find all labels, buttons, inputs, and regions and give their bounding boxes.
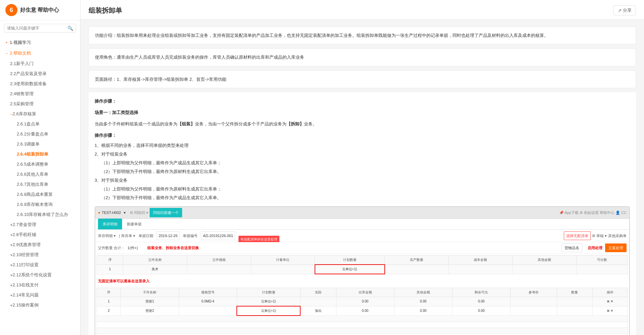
mock-td: 0.00 — [394, 306, 452, 316]
sidebar-item-2.6.3[interactable]: 2.6.3调拨单 — [0, 139, 80, 149]
mock-th: 参考价 — [511, 288, 557, 297]
sidebar-sub-label: 2.6.2分量盘点单 — [17, 131, 48, 137]
search-input[interactable] — [7, 26, 66, 31]
mock-td: 1 — [97, 265, 123, 274]
mock-td — [179, 306, 237, 316]
share-button[interactable]: ↗ 分享 — [613, 5, 636, 15]
sidebar-sub-label: 2.1新手入门 — [10, 61, 34, 67]
role-text: 使用角色：通常由生产人员或库管人员完成拆装业务的操作，库管人员确认原材料的出库和… — [95, 55, 304, 60]
table-row — [97, 334, 628, 335]
mock-th: 规格型号 — [179, 288, 237, 297]
plus-icon5: + — [10, 253, 13, 258]
mock-form-row: 库存明细 ▾ | 库存单 ▾ 单据日期 2019-12-26 单据编号 AD-2… — [95, 230, 629, 242]
mock-td — [385, 265, 449, 274]
sidebar-item-2.7[interactable]: + 2.7资金管理 — [0, 220, 80, 230]
mock-td: 1(单位+1) — [315, 265, 385, 274]
sidebar-item-2.8[interactable]: + 2.8手机旺铺 — [0, 230, 80, 240]
sidebar-item-inventory[interactable]: − 2.6库存核算 — [0, 109, 80, 119]
sidebar-item-2.6.1[interactable]: 2.6.1盘点单 — [0, 119, 80, 129]
mock-tab-active: 库存明细 — [98, 219, 122, 229]
sidebar-item-2.6.5[interactable]: 2.6.5成本调整单 — [0, 159, 80, 169]
mock-td — [557, 306, 592, 316]
sidebar-sub-label: 2.10经营管理 — [13, 252, 39, 258]
sidebar-sub-label: 2.6.6其他入库单 — [17, 171, 48, 177]
mock-td — [300, 297, 336, 306]
mock-th: 计划数量 — [237, 288, 300, 297]
mock-th: 其他金额 — [394, 288, 452, 297]
sidebar-sub-label: 2.2产品安装及登录 — [10, 71, 47, 77]
steps-title: 操作步骤： — [95, 97, 630, 106]
plus-icon8: + — [10, 283, 13, 288]
scenario-desc: 当由多个子件材料组装成一个成品的业务为【组装】业务，当由一个父件拆分成多个子产品… — [95, 120, 630, 128]
sidebar-item-label: 1.视频学习 — [10, 40, 31, 46]
mock-th: 计量单位 — [251, 256, 315, 265]
app-logo: 6 好生意 帮助中心 — [0, 0, 80, 20]
step2-1: （1）上部明细为父件明细，最终作为产成品生成其它入库单； — [101, 159, 630, 167]
mock-th: 序 — [97, 256, 123, 265]
mock-bottom-tbody: 1 照射1 0.0MΩ·4 1(单位+1) 0.00 0.00 0.00 — [97, 297, 628, 335]
plus-icon2: + — [10, 222, 13, 227]
mock-th: 计划数量 — [315, 256, 385, 265]
sidebar-item-2.6.6[interactable]: 2.6.6其他入库单 — [0, 169, 80, 179]
mock-bizid-field: AD-20191226-001 — [201, 231, 235, 240]
path-box: 页面路径：1、库存核算->库存管理->组装拆卸单 2、首页->常用功能 — [89, 70, 636, 88]
sidebar-item-2.6.9[interactable]: 2.6.9库存账本查询 — [0, 200, 80, 210]
mock-bottom-table: 序 子件名称 规格型号 计划数量 实际 出库金额 其他金额 剩余可出 参考价 — [97, 288, 628, 335]
mock-date-field: 2019-12-26 — [157, 231, 179, 240]
mock-sub-row: 父件数量 合计： 1(件+) 组装业务、拆卸业务在这里切换 货物品名 启用处理 — [95, 242, 629, 254]
plus-icon7: + — [10, 273, 13, 278]
mock-th: 父件名称 — [123, 256, 187, 265]
sidebar-item-2.9[interactable]: + 2.9优惠券管理 — [0, 240, 80, 250]
mock-td: 0.00 — [452, 297, 510, 306]
plus-icon3: + — [10, 232, 13, 237]
mock-td: 1(单位+1) — [237, 306, 300, 316]
mock-tab-new: 新建单据 — [122, 219, 146, 229]
sidebar-item-2.6.8[interactable]: 2.6.8商品成本重算 — [0, 189, 80, 200]
sidebar-sub-label: 2.13在线支付 — [13, 282, 39, 288]
mock-annotation3: 组装业务、拆卸业务在这里切换 — [147, 246, 199, 250]
sidebar-sub-label: 2.5采购管理 — [10, 101, 34, 107]
sidebar-item-2.13[interactable]: + 2.13在线支付 — [0, 280, 80, 290]
step3-2: （2）下部明细为子件明细，最终作为产成品生成其它入库单。 — [101, 193, 630, 202]
intro-box: 功能介绍：组装拆卸单用来处理企业组装或拆卸等加工业务，支持有固定装配清单的产品加… — [89, 26, 636, 44]
mock-th: 数量 — [557, 288, 592, 297]
table-row — [97, 328, 628, 334]
plus-icon9: + — [10, 293, 13, 298]
sidebar: 6 好生意 帮助中心 🔍 + 1.视频学习 − 2.帮助文档 2.1新手入门 2… — [0, 0, 80, 335]
sidebar-item-data[interactable]: 2.3使用前数据准备 — [0, 79, 80, 89]
mock-td: 1 — [97, 297, 121, 306]
sidebar-sub-label: 2.11打印设置 — [13, 262, 39, 268]
mock-td: 0.00 — [394, 297, 452, 306]
content-area: 功能介绍：组装拆卸单用来处理企业组装或拆卸等加工业务，支持有固定装配清单的产品加… — [80, 20, 644, 335]
scenario-title: 场景一：加工类型选择 — [95, 110, 138, 115]
sidebar-item-2.15[interactable]: + 2.15操作案例 — [0, 300, 80, 310]
sidebar-item-2.6.10[interactable]: 2.6.10库存账本错了怎么办 — [0, 210, 80, 220]
sidebar-item-sales[interactable]: 2.4销售管理 — [0, 89, 80, 99]
mock-td: 0.0MΩ·4 — [179, 297, 237, 306]
path-text: 页面路径：1、库存核算->库存管理->组装拆卸单 2、首页->常用功能 — [95, 77, 226, 82]
sidebar-item-2.6.7[interactable]: 2.6.7其他出库单 — [0, 179, 80, 189]
mock-th: 序 — [97, 288, 121, 297]
main-content: 组装拆卸单 ↗ 分享 功能介绍：组装拆卸单用来处理企业组装或拆卸等加工业务，支持… — [80, 0, 644, 335]
sidebar-item-docs[interactable]: − 2.帮助文档 — [0, 48, 80, 59]
mock-th: 可出数 — [576, 256, 628, 265]
mock-bottom-label-row: 无固定清单可以逐条在这里录入 — [95, 276, 629, 286]
sidebar-item-2.6.4[interactable]: 2.6.4组装拆卸单 — [0, 149, 80, 159]
sidebar-item-video[interactable]: + 1.视频学习 — [0, 37, 80, 48]
sidebar-item-newbie[interactable]: 2.1新手入门 — [0, 59, 80, 69]
sidebar-item-2.14[interactable]: + 2.14常见问题 — [0, 290, 80, 300]
mock-window-title: TEST-H002 — [102, 209, 121, 216]
sidebar-sub-label: 2.6.8商品成本重算 — [17, 191, 53, 198]
sidebar-item-2.10[interactable]: + 2.10经营管理 — [0, 250, 80, 260]
mock-tabs-row: 库存明细 新建单据 — [95, 219, 629, 230]
sidebar-item-2.6.2[interactable]: 2.6.2分量盘点单 — [0, 129, 80, 139]
sidebar-item-2.11[interactable]: + 2.11打印设置 — [0, 260, 80, 270]
role-box: 使用角色：通常由生产人员或库管人员完成拆装业务的操作，库管人员确认原材料的出库和… — [89, 48, 636, 66]
steps-sub-title: 操作步骤： — [95, 131, 630, 140]
plus-icon10: + — [10, 303, 13, 308]
search-box[interactable]: 🔍 — [4, 24, 76, 33]
sidebar-item-purchase[interactable]: 2.5采购管理 — [0, 99, 80, 109]
mock-top-table: 序 父件名称 父件规格 计量单位 计划数量 实产数量 成本金额 其他金额 可出数 — [97, 255, 628, 274]
sidebar-item-2.12[interactable]: + 2.12系统个性化设置 — [0, 270, 80, 280]
sidebar-item-install[interactable]: 2.2产品安装及登录 — [0, 69, 80, 79]
